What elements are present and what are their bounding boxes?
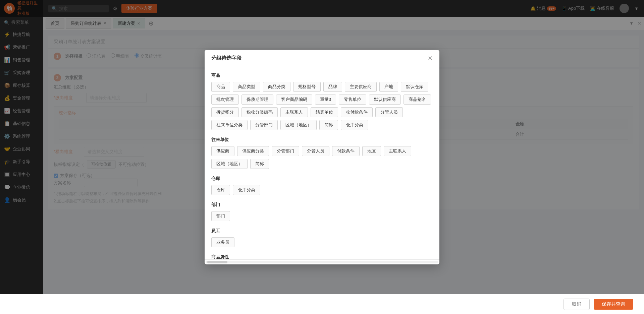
field-tag-业务员[interactable]: 业务员	[211, 237, 234, 247]
modal-title: 分组待选字段	[211, 55, 241, 61]
field-tag-重量3[interactable]: 重量3	[315, 95, 336, 105]
modal-scroll-bar[interactable]	[205, 259, 439, 264]
field-tag-供应商[interactable]: 供应商	[211, 146, 234, 156]
field-tag-付款条件[interactable]: 付款条件	[332, 146, 360, 156]
save-query-button[interactable]: 保存并查询	[594, 299, 633, 310]
modal-close-btn[interactable]: ✕	[428, 55, 433, 62]
field-tag-拆货积分[interactable]: 拆货积分	[211, 107, 239, 117]
field-section-product-attr: 商品属性属性颜色多规格尺码鞋码1	[211, 254, 433, 260]
modal-overlay: 分组待选字段 ✕ 商品商品商品类型商品分类规格型号品牌主要供应商产地默认仓库批次…	[0, 0, 644, 314]
field-section-title-partner: 往来单位	[211, 137, 433, 143]
field-tag-结算单位[interactable]: 结算单位	[311, 107, 338, 117]
field-tag-分管人员[interactable]: 分管人员	[302, 146, 329, 156]
field-section-title-employee: 员工	[211, 228, 433, 234]
field-tag-税收分类编码[interactable]: 税收分类编码	[241, 107, 278, 117]
field-section-department: 部门部门	[211, 202, 433, 221]
field-tags-warehouse: 仓库仓库分类	[211, 185, 433, 195]
field-tag-分管部门[interactable]: 分管部门	[250, 120, 278, 130]
field-tag-主联系人[interactable]: 主联系人	[280, 107, 308, 117]
field-tag-收付款条件[interactable]: 收付款条件	[341, 107, 373, 117]
field-section-warehouse: 仓库仓库仓库分类	[211, 176, 433, 195]
field-tag-客户商品编码[interactable]: 客户商品编码	[276, 95, 312, 105]
field-section-employee: 员工业务员	[211, 228, 433, 247]
field-tag-部门[interactable]: 部门	[211, 211, 230, 221]
field-section-title-department: 部门	[211, 202, 433, 208]
field-tag-零售单位[interactable]: 零售单位	[339, 95, 366, 105]
field-tag-默认仓库[interactable]: 默认仓库	[401, 82, 428, 92]
field-section-partner: 往来单位供应商供应商分类分管部门分管人员付款条件地区主联系人区域（地区）简称	[211, 137, 433, 169]
group-field-modal: 分组待选字段 ✕ 商品商品商品类型商品分类规格型号品牌主要供应商产地默认仓库批次…	[205, 50, 439, 264]
field-section-goods: 商品商品商品类型商品分类规格型号品牌主要供应商产地默认仓库批次管理保质期管理客户…	[211, 72, 433, 130]
field-tag-主联系人[interactable]: 主联系人	[384, 146, 411, 156]
field-tag-品牌[interactable]: 品牌	[323, 82, 342, 92]
field-tags-employee: 业务员	[211, 237, 433, 247]
field-tag-默认供应商[interactable]: 默认供应商	[369, 95, 401, 105]
cancel-button[interactable]: 取消	[564, 299, 590, 310]
field-tag-商品别名[interactable]: 商品别名	[404, 95, 431, 105]
field-tags-partner: 供应商供应商分类分管部门分管人员付款条件地区主联系人区域（地区）简称	[211, 146, 433, 169]
field-tag-区域（地区）[interactable]: 区域（地区）	[280, 120, 317, 130]
field-tag-供应商分类[interactable]: 供应商分类	[237, 146, 269, 156]
field-tag-仓库[interactable]: 仓库	[211, 185, 230, 195]
field-tag-分管部门[interactable]: 分管部门	[272, 146, 299, 156]
field-tags-department: 部门	[211, 211, 433, 221]
bottom-bar: 取消 保存并查询	[0, 294, 644, 314]
field-tag-商品[interactable]: 商品	[211, 82, 230, 92]
field-tag-规格型号[interactable]: 规格型号	[293, 82, 321, 92]
field-tags-goods: 商品商品类型商品分类规格型号品牌主要供应商产地默认仓库批次管理保质期管理客户商品…	[211, 82, 433, 130]
field-tag-简称[interactable]: 简称	[250, 159, 269, 169]
field-tag-区域（地区）[interactable]: 区域（地区）	[211, 159, 248, 169]
field-tag-商品类型[interactable]: 商品类型	[233, 82, 260, 92]
field-tag-仓库分类[interactable]: 仓库分类	[341, 120, 368, 130]
field-tag-仓库分类[interactable]: 仓库分类	[233, 185, 260, 195]
field-section-title-warehouse: 仓库	[211, 176, 433, 182]
field-tag-往来单位分类[interactable]: 往来单位分类	[211, 120, 248, 130]
field-section-title-product-attr: 商品属性	[211, 254, 433, 260]
field-tag-商品分类[interactable]: 商品分类	[263, 82, 290, 92]
field-tag-分管人员[interactable]: 分管人员	[375, 107, 403, 117]
field-tag-批次管理[interactable]: 批次管理	[211, 95, 239, 105]
modal-header: 分组待选字段 ✕	[205, 50, 439, 67]
field-section-title-goods: 商品	[211, 72, 433, 78]
field-tag-地区[interactable]: 地区	[362, 146, 381, 156]
field-tag-主要供应商[interactable]: 主要供应商	[345, 82, 377, 92]
modal-body[interactable]: 商品商品商品类型商品分类规格型号品牌主要供应商产地默认仓库批次管理保质期管理客户…	[205, 67, 439, 260]
field-tag-简称[interactable]: 简称	[319, 120, 338, 130]
field-tag-保质期管理[interactable]: 保质期管理	[241, 95, 273, 105]
field-tag-产地[interactable]: 产地	[379, 82, 398, 92]
